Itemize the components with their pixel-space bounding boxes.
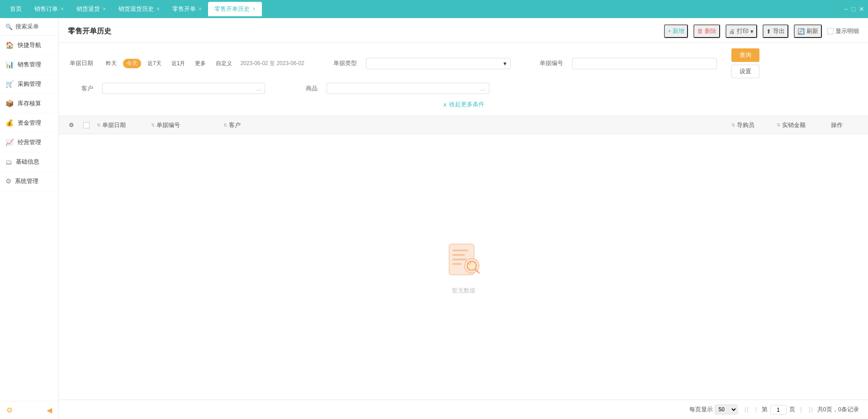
- sidebar-item-basic-info[interactable]: 🗂 基础信息: [0, 152, 58, 172]
- show-detail-label: 显示明细: [835, 27, 859, 35]
- print-chevron-icon: ▾: [750, 28, 754, 35]
- page-last-btn[interactable]: ⟩⟩: [806, 405, 815, 414]
- print-button[interactable]: 🖨 打印 ▾: [726, 24, 757, 38]
- type-filter-select[interactable]: ▾: [366, 58, 511, 69]
- sidebar-item-operations[interactable]: 📈 经营管理: [0, 133, 58, 152]
- sidebar-item-system-label: 系统管理: [15, 177, 38, 185]
- filter-collapse-btn[interactable]: ∧ 收起更多条件: [68, 99, 859, 110]
- svg-rect-1: [452, 250, 468, 251]
- customer-filter-label: 客户: [68, 85, 93, 93]
- sidebar-item-sales-mgmt-label: 销售管理: [18, 61, 41, 69]
- sidebar-item-quick-nav[interactable]: 🏠 快捷导航: [0, 36, 58, 55]
- window-max-btn[interactable]: □: [852, 5, 855, 13]
- th-amount-sort-icon: ⇅: [777, 122, 780, 127]
- date-last7-btn[interactable]: 近7天: [144, 59, 165, 68]
- customer-filter-select[interactable]: ...: [102, 83, 265, 94]
- search-icon: 🔍: [5, 24, 13, 30]
- query-button[interactable]: 查询: [731, 48, 759, 62]
- refresh-label: 刷新: [806, 27, 818, 35]
- export-button[interactable]: ⬆ 导出: [763, 24, 788, 38]
- th-date-sort-icon: ⇅: [97, 122, 100, 127]
- collapse-icon: ∧: [443, 101, 447, 108]
- date-custom-btn[interactable]: 自定义: [212, 59, 236, 68]
- sidebar-item-system[interactable]: ⚙ 系统管理: [0, 172, 58, 191]
- th-buyer[interactable]: ⇅ 导购员: [728, 121, 773, 129]
- th-customer[interactable]: ⇅ 客户: [220, 121, 728, 129]
- date-yesterday-btn[interactable]: 昨天: [102, 59, 120, 68]
- date-range-display: 2023-06-02 至 2023-06-02: [240, 60, 304, 67]
- th-number-sort-icon: ⇅: [151, 122, 155, 127]
- type-filter-label: 单据类型: [332, 59, 357, 67]
- th-date[interactable]: ⇅ 单据日期: [93, 121, 147, 129]
- show-detail-toggle[interactable]: 显示明细: [827, 27, 859, 35]
- date-more-btn[interactable]: 更多: [191, 59, 209, 68]
- date-filter-label: 单据日期: [68, 59, 93, 67]
- refresh-button[interactable]: 🔄 刷新: [794, 24, 822, 38]
- number-filter-input[interactable]: [572, 58, 717, 69]
- tab-home[interactable]: 首页: [4, 2, 28, 16]
- delete-button[interactable]: 🗑 删除: [693, 24, 720, 38]
- th-action: 操作: [827, 121, 863, 129]
- page-header: 零售开单历史 + 新增 🗑 删除 🖨 打印 ▾ ⬆ 导出 🔄 刷新: [59, 18, 868, 43]
- tab-retail-open-history-close[interactable]: ×: [252, 6, 256, 12]
- th-date-label: 单据日期: [102, 121, 126, 129]
- select-all-checkbox[interactable]: [83, 122, 90, 128]
- page-title: 零售开单历史: [68, 27, 111, 36]
- product-filter-select[interactable]: ...: [327, 83, 489, 94]
- sidebar-item-operations-label: 经营管理: [18, 138, 41, 146]
- sidebar-search[interactable]: 🔍 搜索采单: [0, 18, 58, 36]
- tab-retail-open-history-label: 零售开单历史: [214, 5, 250, 13]
- page-prev-btn[interactable]: ⟨: [753, 405, 759, 414]
- type-chevron-icon: ▾: [503, 60, 507, 67]
- gear-icon: ⚙: [5, 177, 11, 185]
- tab-retail-open-history[interactable]: 零售开单历史 ×: [208, 2, 262, 16]
- add-button[interactable]: + 新增: [664, 24, 688, 38]
- pagination-bar: 每页显示 50 10 20 100 ⟨⟨ ⟨ 第 页 ⟩ ⟩⟩ 共0页，0条记录: [59, 400, 868, 419]
- tab-sales-return-history[interactable]: 销货退货历史 ×: [112, 2, 166, 16]
- tab-sales-return[interactable]: 销货退货 ×: [70, 2, 112, 16]
- home-icon: 🏠: [5, 41, 14, 49]
- th-amount[interactable]: ⇅ 实销金额: [773, 121, 827, 129]
- th-customer-label: 客户: [229, 121, 241, 129]
- settings-icon: ⚙: [69, 122, 74, 128]
- tab-sales-return-close[interactable]: ×: [103, 6, 106, 12]
- show-detail-checkbox[interactable]: [827, 28, 834, 34]
- sidebar-bottom: ⚙ ◀: [0, 401, 58, 419]
- sidebar-item-finance-label: 资金管理: [18, 119, 41, 127]
- total-count: 共0页，0条记录: [817, 405, 859, 414]
- sidebar-item-inventory[interactable]: 📦 库存核算: [0, 94, 58, 113]
- tab-sales-order-close[interactable]: ×: [61, 6, 64, 12]
- per-page-select[interactable]: 50 10 20 100: [715, 405, 738, 414]
- tab-sales-order[interactable]: 销售订单 ×: [28, 2, 70, 16]
- sidebar-item-purchase-mgmt[interactable]: 🛒 采购管理: [0, 75, 58, 94]
- th-number-label: 单据编号: [157, 121, 180, 129]
- product-dots[interactable]: ...: [480, 85, 485, 92]
- tab-retail-open-close[interactable]: ×: [199, 6, 202, 12]
- date-last-month-btn[interactable]: 近1月: [168, 59, 189, 68]
- th-checkbox[interactable]: [80, 122, 93, 128]
- tab-bar: 首页 销售订单 × 销货退货 × 销货退货历史 × 零售开单 × 零售开单历史 …: [0, 0, 868, 18]
- trend-icon: 📈: [5, 138, 14, 146]
- tab-sales-return-history-close[interactable]: ×: [157, 6, 160, 12]
- customer-dots[interactable]: ...: [256, 85, 261, 92]
- per-page-label: 每页显示: [689, 405, 713, 414]
- window-min-btn[interactable]: −: [844, 5, 848, 13]
- sidebar-item-finance[interactable]: 💰 资金管理: [0, 113, 58, 133]
- sidebar-collapse-icon[interactable]: ◀: [47, 406, 52, 414]
- tab-home-label: 首页: [10, 5, 22, 13]
- svg-rect-4: [452, 263, 461, 265]
- th-settings[interactable]: ⚙: [63, 122, 80, 128]
- th-number[interactable]: ⇅ 单据编号: [147, 121, 220, 129]
- sidebar-settings-icon[interactable]: ⚙: [6, 406, 13, 414]
- page-first-btn[interactable]: ⟨⟨: [742, 405, 750, 414]
- svg-rect-3: [452, 259, 467, 260]
- sidebar-item-sales-mgmt[interactable]: 📊 销售管理: [0, 55, 58, 75]
- date-today-btn[interactable]: 今天: [123, 59, 141, 68]
- page-number-input[interactable]: [770, 405, 787, 414]
- sidebar-item-inventory-label: 库存核算: [18, 99, 41, 108]
- settings-button[interactable]: 设置: [731, 65, 759, 78]
- window-close-btn[interactable]: ✕: [859, 5, 864, 13]
- tab-retail-open[interactable]: 零售开单 ×: [166, 2, 208, 16]
- page-next-btn[interactable]: ⟩: [798, 405, 804, 414]
- content-area: 零售开单历史 + 新增 🗑 删除 🖨 打印 ▾ ⬆ 导出 🔄 刷新: [59, 18, 868, 419]
